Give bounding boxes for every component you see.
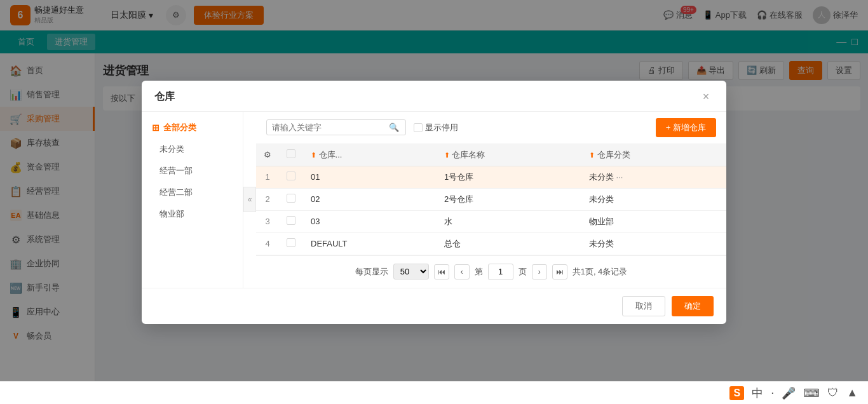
row-checkbox[interactable] <box>279 188 303 210</box>
taskbar-dot-icon[interactable]: · <box>771 386 774 400</box>
dialog-header: 仓库 × <box>142 81 726 112</box>
th-check <box>279 144 303 166</box>
show-disabled-checkbox[interactable] <box>414 123 423 132</box>
bottom-taskbar: S 中 · 🎤 ⌨ 🛡 ▲ <box>0 381 868 404</box>
taskbar-arrow-icon[interactable]: ▲ <box>846 386 858 400</box>
last-page-button[interactable]: ⏭ <box>552 264 567 279</box>
pagination: 每页显示 50 100 ⏮ ‹ 第 页 › ⏭ 共1页, 4条记录 <box>256 255 726 288</box>
search-icon: 🔍 <box>389 123 399 132</box>
per-page-select[interactable]: 50 100 <box>393 264 429 279</box>
dialog-toolbar: 🔍 显示停用 + 新增仓库 <box>256 112 726 144</box>
warehouse-table: ⚙ ⬆ 仓库... ⬆ 仓库名称 ⬆ 仓库分类 1 01 <box>256 144 726 255</box>
next-page-button[interactable]: › <box>532 264 547 279</box>
row-code: 01 <box>303 166 437 188</box>
confirm-button[interactable]: 确定 <box>672 296 714 316</box>
warehouse-table-wrap: ⚙ ⬆ 仓库... ⬆ 仓库名称 ⬆ 仓库分类 1 01 <box>256 144 726 255</box>
th-settings: ⚙ <box>256 144 279 166</box>
row-category: 未分类 <box>581 232 726 255</box>
table-row[interactable]: 1 01 1号仓库 未分类 ··· <box>256 166 726 188</box>
table-row[interactable]: 3 03 水 物业部 <box>256 210 726 232</box>
search-box: 🔍 <box>266 119 406 135</box>
table-header-row: ⚙ ⬆ 仓库... ⬆ 仓库名称 ⬆ 仓库分类 <box>256 144 726 166</box>
table-row[interactable]: 2 02 2号仓库 未分类 <box>256 188 726 210</box>
dialog-cat-unclassified[interactable]: 未分类 <box>142 138 243 160</box>
row-checkbox[interactable] <box>279 210 303 232</box>
dialog-footer: 取消 确定 <box>142 288 726 324</box>
cancel-button[interactable]: 取消 <box>622 296 665 316</box>
table-row[interactable]: 4 DEFAULT 总仓 未分类 <box>256 232 726 255</box>
taskbar-keyboard-icon[interactable]: ⌨ <box>803 386 820 400</box>
row-code: 02 <box>303 188 437 210</box>
th-name[interactable]: ⬆ 仓库名称 <box>437 144 581 166</box>
sort-icon: ⬆ <box>311 151 316 159</box>
search-input[interactable] <box>272 123 386 132</box>
prev-page-button[interactable]: ‹ <box>454 264 470 279</box>
row-num: 2 <box>256 188 279 210</box>
grid-icon: ⊞ <box>152 123 159 133</box>
row-code: DEFAULT <box>303 232 437 255</box>
taskbar-chinese-icon[interactable]: 中 <box>752 386 763 401</box>
th-category[interactable]: ⬆ 仓库分类 <box>581 144 726 166</box>
dialog-body: ⊞ 全部分类 未分类 经营一部 经营二部 物业部 « 🔍 <box>142 112 726 288</box>
s-logo: S <box>729 386 744 400</box>
dialog-category-sidebar: ⊞ 全部分类 未分类 经营一部 经营二部 物业部 <box>142 112 243 288</box>
row-num: 4 <box>256 232 279 255</box>
settings-icon: ⚙ <box>264 150 271 159</box>
th-code[interactable]: ⬆ 仓库... <box>303 144 437 166</box>
select-all-checkbox[interactable] <box>287 149 295 158</box>
dialog-cat-ops2[interactable]: 经营二部 <box>142 182 243 203</box>
taskbar-shield-icon[interactable]: 🛡 <box>827 386 839 400</box>
dialog-title: 仓库 <box>154 90 175 104</box>
row-code: 03 <box>303 210 437 232</box>
dialog-cat-property[interactable]: 物业部 <box>142 203 243 225</box>
sort-icon-cat: ⬆ <box>589 151 595 159</box>
row-num: 3 <box>256 210 279 232</box>
sidebar-collapse-button[interactable]: « <box>243 187 256 212</box>
warehouse-dialog: 仓库 × ⊞ 全部分类 未分类 经营一部 经营二部 物业部 « <box>142 81 726 324</box>
row-category: 未分类 ··· <box>581 166 726 188</box>
row-category: 未分类 <box>581 188 726 210</box>
dialog-close-button[interactable]: × <box>698 90 714 105</box>
modal-overlay[interactable]: 仓库 × ⊞ 全部分类 未分类 经营一部 经营二部 物业部 « <box>0 0 868 404</box>
row-category: 物业部 <box>581 210 726 232</box>
row-name: 2号仓库 <box>437 188 581 210</box>
first-page-button[interactable]: ⏮ <box>434 264 449 279</box>
page-input[interactable] <box>488 264 513 280</box>
row-name: 总仓 <box>437 232 581 255</box>
taskbar-mic-icon[interactable]: 🎤 <box>782 386 796 400</box>
more-icon[interactable]: ··· <box>616 172 623 182</box>
row-checkbox[interactable] <box>279 166 303 188</box>
row-checkbox[interactable] <box>279 232 303 255</box>
show-disabled-label[interactable]: 显示停用 <box>414 122 458 133</box>
row-name: 水 <box>437 210 581 232</box>
sort-icon-name: ⬆ <box>444 151 450 159</box>
row-name: 1号仓库 <box>437 166 581 188</box>
row-num: 1 <box>256 166 279 188</box>
dialog-main: 🔍 显示停用 + 新增仓库 ⚙ <box>256 112 726 288</box>
dialog-all-categories[interactable]: ⊞ 全部分类 <box>142 117 243 138</box>
add-warehouse-button[interactable]: + 新增仓库 <box>656 118 716 137</box>
dialog-cat-ops1[interactable]: 经营一部 <box>142 160 243 182</box>
